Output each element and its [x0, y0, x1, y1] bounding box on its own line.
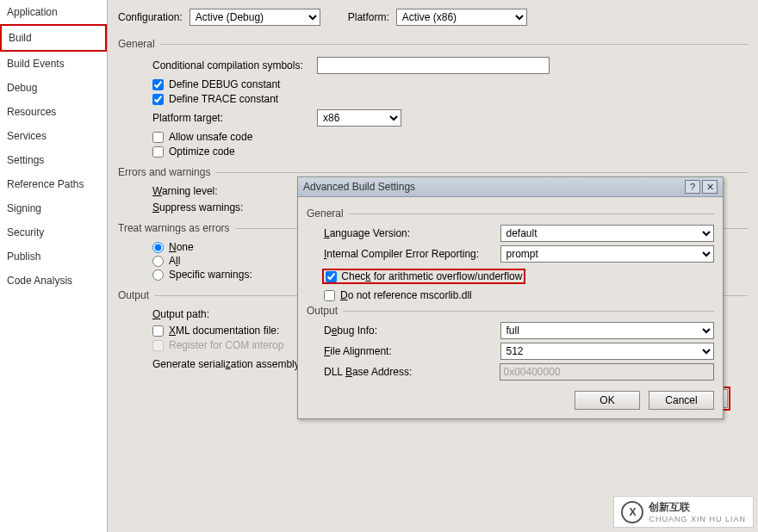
define-debug-label: Define DEBUG constant [169, 78, 280, 90]
sidebar: Application Build Build Events Debug Res… [0, 0, 108, 532]
overflow-label: Check for arithmetic overflow/underflow [339, 270, 522, 282]
sidebar-item-services[interactable]: Services [0, 124, 107, 148]
sidebar-item-build-events[interactable]: Build Events [0, 52, 107, 76]
dlg-output-title: Output [307, 305, 338, 317]
suppress-warnings-label: Suppress warnings: [152, 201, 312, 213]
output-path-label: Output path: [152, 308, 312, 320]
ok-button[interactable]: OK [575, 391, 640, 410]
config-row: Configuration: Active (Debug) Platform: … [118, 9, 748, 26]
debug-info-select[interactable]: full [500, 322, 714, 339]
define-trace-checkbox[interactable] [152, 94, 164, 105]
lang-ver-label: Language Version: [324, 227, 500, 239]
treat-warnings-title: Treat warnings as errors [118, 222, 230, 234]
lang-ver-select[interactable]: default [500, 225, 714, 242]
no-mscorlib-checkbox[interactable] [324, 290, 335, 301]
cancel-button[interactable]: Cancel [649, 391, 714, 410]
file-align-label: File Alignment: [324, 345, 500, 357]
dialog-title: Advanced Build Settings [303, 181, 415, 193]
overflow-highlight: Check for arithmetic overflow/underflow [322, 269, 525, 284]
treat-specific-radio[interactable] [152, 269, 164, 281]
general-group: General Conditional compilation symbols:… [118, 38, 748, 158]
sidebar-item-publish[interactable]: Publish [0, 244, 107, 269]
configuration-label: Configuration: [118, 11, 183, 23]
cond-symbols-input[interactable] [317, 57, 550, 74]
register-com-checkbox [152, 340, 164, 351]
optimize-label: Optimize code [169, 145, 235, 158]
sidebar-item-signing[interactable]: Signing [0, 196, 107, 220]
warning-level-label: Warning level: [152, 185, 312, 197]
treat-none-label: None [169, 241, 194, 253]
sidebar-item-resources[interactable]: Resources [0, 100, 107, 124]
int-err-label: Internal Compiler Error Reporting: [324, 248, 500, 260]
treat-none-radio[interactable] [152, 242, 164, 253]
no-mscorlib-label: Do not reference mscorlib.dll [340, 289, 472, 301]
register-com-label: Register for COM interop [169, 339, 283, 351]
sidebar-item-reference-paths[interactable]: Reference Paths [0, 172, 107, 196]
treat-all-label: All [169, 255, 180, 267]
xml-doc-label: XML documentation file: [169, 325, 279, 337]
watermark-text: 创新互联 [649, 500, 746, 515]
treat-specific-label: Specific warnings: [169, 269, 252, 281]
watermark: X 创新互联 CHUANG XIN HU LIAN [613, 496, 754, 528]
define-trace-label: Define TRACE constant [169, 93, 278, 105]
sidebar-item-debug[interactable]: Debug [0, 76, 107, 100]
dialog-titlebar[interactable]: Advanced Build Settings ? ✕ [298, 177, 723, 197]
xml-doc-checkbox[interactable] [152, 325, 164, 337]
platform-label: Platform: [348, 11, 389, 23]
errors-title: Errors and warnings [118, 166, 210, 178]
int-err-select[interactable]: prompt [500, 245, 714, 263]
watermark-logo-icon: X [621, 501, 643, 523]
platform-select[interactable]: Active (x86) [396, 9, 527, 26]
sidebar-item-code-analysis[interactable]: Code Analysis [0, 269, 107, 293]
debug-info-label: Debug Info: [324, 325, 500, 337]
cond-symbols-label: Conditional compilation symbols: [152, 59, 312, 71]
treat-all-radio[interactable] [152, 256, 164, 267]
sidebar-item-application[interactable]: Application [0, 0, 107, 24]
dll-base-input [500, 363, 714, 380]
advanced-build-dialog: Advanced Build Settings ? ✕ General Lang… [297, 176, 724, 419]
dll-base-label: DLL Base Address: [324, 366, 500, 378]
optimize-checkbox[interactable] [152, 146, 164, 158]
allow-unsafe-checkbox[interactable] [152, 132, 164, 143]
output-title: Output [118, 289, 149, 301]
file-align-select[interactable]: 512 [500, 343, 714, 360]
allow-unsafe-label: Allow unsafe code [169, 131, 252, 143]
dlg-general-title: General [307, 207, 344, 220]
general-title: General [118, 38, 155, 50]
define-debug-checkbox[interactable] [152, 79, 164, 90]
help-icon[interactable]: ? [685, 180, 700, 194]
close-icon[interactable]: ✕ [702, 180, 718, 194]
sidebar-item-build[interactable]: Build [0, 24, 107, 52]
overflow-checkbox[interactable] [326, 271, 337, 282]
sidebar-item-settings[interactable]: Settings [0, 148, 107, 172]
platform-target-select[interactable]: x86 [317, 109, 401, 127]
watermark-sub: CHUANG XIN HU LIAN [649, 515, 746, 523]
configuration-select[interactable]: Active (Debug) [190, 9, 320, 26]
platform-target-label: Platform target: [152, 112, 312, 124]
sidebar-item-security[interactable]: Security [0, 220, 107, 244]
